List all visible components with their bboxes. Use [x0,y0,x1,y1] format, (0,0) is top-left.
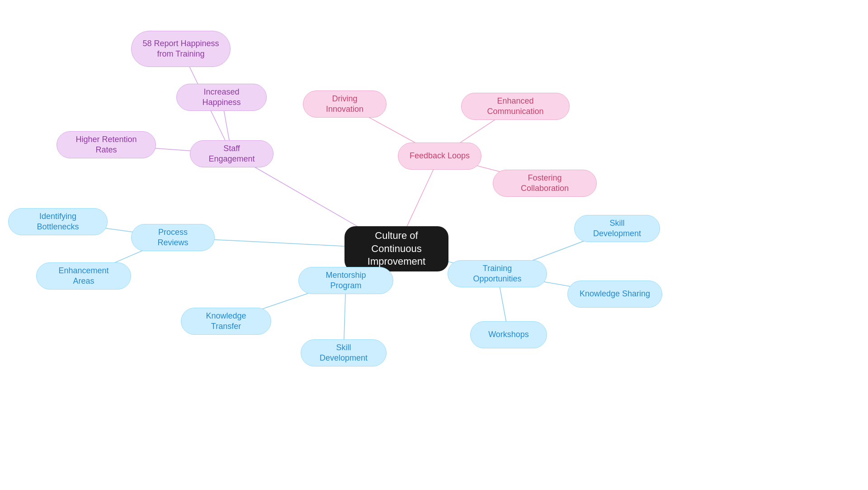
mind-map: Culture of Continuous Improvement58 Repo… [0,0,868,490]
node-identifying-bottlenecks: Identifying Bottlenecks [8,208,108,235]
node-staff-engagement: Staff Engagement [190,140,274,167]
node-higher-retention: Higher Retention Rates [57,131,156,158]
node-training-opportunities: Training Opportunities [448,260,547,287]
node-mentorship-program: Mentorship Program [298,267,393,294]
node-enhanced-communication: Enhanced Communication [461,93,570,120]
node-skill-development-bottom: Skill Development [301,339,387,366]
node-skill-development-right: Skill Development [574,215,660,242]
node-enhancement-areas: Enhancement Areas [36,262,131,290]
node-increased-happiness: Increased Happiness [176,84,267,111]
center-node: Culture of Continuous Improvement [344,226,448,271]
node-process-reviews: Process Reviews [131,224,215,251]
node-feedback-loops: Feedback Loops [398,143,481,170]
node-knowledge-sharing: Knowledge Sharing [567,281,662,308]
node-driving-innovation: Driving Innovation [303,90,387,118]
node-workshops: Workshops [470,321,547,348]
node-knowledge-transfer: Knowledge Transfer [181,308,271,335]
node-report-happiness: 58 Report Happiness from Training [131,31,231,67]
node-fostering-collaboration: Fostering Collaboration [493,170,597,197]
